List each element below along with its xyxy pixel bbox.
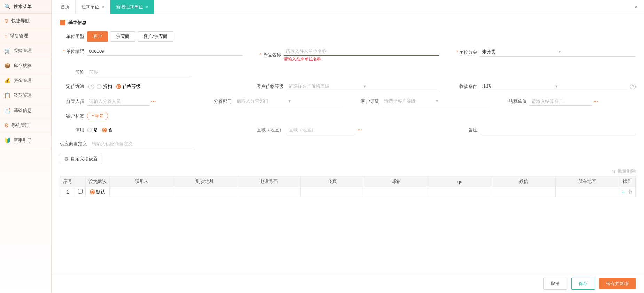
row-supplier-custom: 供应商自定义 [60, 140, 636, 148]
customer-level-placeholder: 请选择客户等级 [384, 98, 435, 104]
sidebar-item-inventory[interactable]: 📦 库存核算 [0, 58, 51, 73]
cell-action: + 🗑 [619, 187, 635, 197]
settlement-unit-more-btn[interactable]: ··· [592, 98, 599, 105]
default-radio[interactable]: 默认 [88, 189, 107, 195]
address-input[interactable] [176, 189, 234, 195]
unit-name-input[interactable] [284, 47, 439, 56]
payment-terms-help-icon[interactable]: ? [630, 84, 636, 89]
phone-input[interactable] [240, 189, 298, 195]
manager-more-btn[interactable]: ··· [150, 98, 157, 105]
qq-input[interactable] [431, 189, 489, 195]
settlement-unit-input[interactable] [529, 97, 592, 106]
tab-new-partner[interactable]: 新增往来单位 × [110, 0, 154, 14]
pricing-help-icon[interactable]: ? [88, 84, 94, 89]
row-disabled-region: 停用 是 否 区域（地区） ··· [60, 126, 636, 134]
tab-new-partner-close[interactable]: × [146, 5, 148, 9]
sidebar-item-system[interactable]: ⚙ 系统管理 [0, 118, 51, 133]
sidebar-item-basic-info[interactable]: 📑 基础信息 [0, 103, 51, 118]
pricing-option-level-label: 价格等级 [123, 83, 141, 90]
th-address: 到货地址 [173, 176, 237, 187]
supplier-custom-input[interactable] [90, 140, 194, 148]
customer-level-arrow: ▼ [435, 99, 486, 103]
remarks-input[interactable] [480, 126, 636, 134]
close-all-tabs[interactable]: × [632, 4, 641, 10]
sidebar-item-label: 快捷导航 [11, 18, 30, 24]
sidebar-item-sales[interactable]: ⌂ 销售管理 [0, 29, 51, 43]
cell-fax[interactable] [301, 187, 364, 197]
cell-region[interactable] [555, 187, 619, 197]
department-select[interactable]: 请输入分管部门 ▼ [235, 97, 341, 106]
disabled-no[interactable]: 否 [102, 127, 113, 133]
manager-input[interactable] [87, 97, 150, 106]
tab-bar: 首页 往来单位 × 新增往来单位 × × [52, 0, 644, 14]
cell-qq[interactable] [428, 187, 492, 197]
btn-customer-supplier[interactable]: 客户/供应商 [138, 31, 173, 42]
row-checkbox[interactable] [78, 189, 83, 194]
unit-category-select[interactable]: 未分类 ▼ [480, 47, 636, 57]
search-icon: 🔍 [4, 3, 11, 10]
email-input[interactable] [367, 189, 425, 195]
short-name-input[interactable] [87, 68, 191, 76]
contact-table-wrap: 序号 设为默认 联系人 到货地址 电话号码 传真 邮箱 qq 微信 所在地区 操… [60, 176, 636, 197]
payment-terms-value: 现结 [482, 83, 554, 89]
sidebar-item-label: 基础信息 [14, 107, 32, 114]
btn-supplier[interactable]: 供应商 [110, 31, 135, 42]
settlement-unit-label: 结算单位 [502, 98, 527, 105]
sidebar-item-new-guide[interactable]: 🔰 新手引导 [0, 133, 51, 148]
remarks-label: 备注 [453, 127, 477, 133]
field-unit-code: 单位编码 [60, 47, 243, 56]
wechat-input[interactable] [495, 189, 552, 195]
sidebar-item-finance[interactable]: 💰 资金管理 [0, 73, 51, 88]
cell-contact[interactable] [110, 187, 173, 197]
th-seq: 序号 [60, 176, 75, 187]
tab-partners[interactable]: 往来单位 × [76, 0, 110, 14]
sidebar-search[interactable]: 🔍 搜索菜单 [0, 0, 51, 14]
sidebar-item-operations[interactable]: 📋 经营管理 [0, 88, 51, 103]
form-content: 基本信息 单位类型 客户 供应商 客户/供应商 单位编码 单位名称 请输入往来单… [52, 14, 644, 274]
save-new-button[interactable]: 保存并新增 [599, 278, 636, 289]
field-payment-terms: 收款条件 现结 ▼ ? [453, 82, 636, 91]
fax-input[interactable] [304, 189, 361, 195]
custom-settings-button[interactable]: ⚙ 自定义项设置 [60, 154, 102, 164]
delete-row-btn[interactable]: 🗑 [628, 189, 633, 195]
unit-name-label: 单位名称 [257, 52, 281, 58]
customer-tag-label: 客户标签 [60, 113, 84, 119]
unit-name-field-inner: 请输入往来单位名称 [284, 47, 439, 62]
btn-customer[interactable]: 客户 [87, 31, 108, 42]
sidebar-item-quick-nav[interactable]: ⊙ 快捷导航 [0, 14, 51, 29]
cell-address[interactable] [173, 187, 237, 197]
tab-home[interactable]: 首页 [55, 0, 76, 14]
cancel-button[interactable]: 取消 [543, 278, 567, 290]
batch-delete-button[interactable]: 🗑 批量删除 [612, 168, 636, 174]
cell-wechat[interactable] [492, 187, 555, 197]
tab-partners-close[interactable]: × [102, 5, 104, 9]
payment-terms-select[interactable]: 现结 ▼ [480, 82, 629, 91]
sidebar-item-purchase[interactable]: 🛒 采购管理 [0, 43, 51, 58]
customer-level-select[interactable]: 请选择客户等级 ▼ [382, 97, 488, 106]
disabled-yes-label: 是 [93, 127, 98, 133]
save-button[interactable]: 保存 [571, 278, 595, 290]
region-more-btn[interactable]: ··· [356, 126, 363, 134]
sidebar-item-label: 销售管理 [10, 33, 28, 39]
cell-email[interactable] [364, 187, 428, 197]
payment-terms-arrow: ▼ [555, 84, 627, 88]
disabled-yes[interactable]: 是 [87, 127, 98, 133]
batch-delete-icon: 🗑 [612, 169, 616, 174]
row-region-input[interactable] [558, 189, 616, 195]
pricing-option-level[interactable]: 价格等级 [116, 83, 141, 90]
batch-delete-label: 批量删除 [618, 168, 636, 174]
pricing-option-discount[interactable]: 折扣 [97, 83, 112, 90]
unit-name-error: 请输入往来单位名称 [284, 56, 439, 62]
add-tag-button[interactable]: + 标签 [87, 112, 108, 120]
tab-home-label: 首页 [61, 4, 70, 10]
cell-check[interactable] [75, 187, 86, 197]
contact-input[interactable] [112, 189, 170, 195]
unit-code-input[interactable] [87, 47, 243, 56]
region-input[interactable] [286, 126, 356, 134]
add-row-btn[interactable]: + [622, 189, 625, 195]
field-disabled: 停用 是 否 [60, 127, 243, 133]
th-phone: 电话号码 [237, 176, 301, 187]
cell-phone[interactable] [237, 187, 301, 197]
customer-price-level-select[interactable]: 请选择客户价格等级 ▼ [286, 82, 439, 91]
unit-category-value: 未分类 [482, 49, 558, 55]
